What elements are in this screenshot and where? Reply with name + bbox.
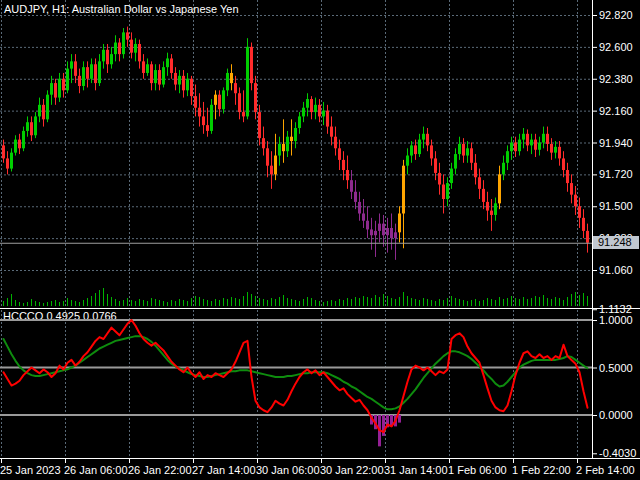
candle-body [242,112,245,116]
volume-bar [455,298,456,306]
current-price-badge: 91.248 [593,236,639,249]
candle-body [438,173,441,185]
candle-body [234,83,237,93]
candle-body [362,213,365,220]
volume-bar [43,303,44,306]
candle-body [514,143,517,152]
candle-body [442,185,445,199]
price-axis-label: 92.820 [599,9,633,21]
volume-bar [311,298,312,306]
volume-bar [39,302,40,306]
volume-bar [435,301,436,306]
candle-body [454,154,457,168]
indicator-axis-label: 0.5000 [599,362,633,374]
candle-body [434,158,437,172]
volume-bar [131,300,132,306]
candle-body [210,105,213,131]
volume-bar [119,301,120,306]
candle-body [174,73,177,85]
volume-bar [331,300,332,306]
volume-bar [339,299,340,306]
volume-bar [427,299,428,306]
volume-bar [319,301,320,306]
volume-bar [231,297,232,306]
candle-body [62,79,65,91]
volume-bar [415,299,416,306]
volume-bar [527,299,528,306]
volume-bar [275,299,276,306]
candle-body [394,232,397,238]
candle-body [214,95,217,105]
candle-body [462,144,465,156]
candle-body [510,143,513,152]
volume-bar [259,298,260,306]
candle-body [150,64,153,83]
candle-body [446,183,449,199]
candle-body [218,95,221,109]
candle-body [482,189,485,202]
volume-bar [547,298,548,306]
candle-body [566,170,569,183]
candle-body [506,151,509,163]
candle-body [550,144,553,153]
candle-body [378,224,381,231]
candle-body [74,61,77,75]
volume-bar [55,300,56,306]
candle-body [166,58,169,67]
histogram-bar [398,415,401,423]
candle-body [474,163,477,177]
candle-body [250,47,253,83]
volume-bar [123,300,124,306]
candle-body [26,122,29,131]
volume-bar [403,292,404,306]
volume-bar [3,301,4,306]
volume-bar [115,299,116,306]
volume-bar [515,298,516,306]
candle-body [178,76,181,85]
candle-body [466,148,469,155]
volume-bar [439,299,440,306]
candle-body [374,231,377,235]
candle-body [222,90,225,109]
volume-bar [263,299,264,306]
volume-bar [323,302,324,306]
candle-body [326,111,329,127]
volume-bar [391,298,392,306]
candle-body [586,231,589,243]
volume-bar [471,300,472,306]
candle-body [406,156,409,166]
volume-bar [303,299,304,306]
volume-bar [27,302,28,306]
candle-body [450,169,453,183]
volume-bar [135,301,136,306]
candle-body [18,140,21,149]
chart-canvas[interactable]: HCCCO 0.4925 0.0766 [0,0,640,480]
candle-body [278,144,281,156]
candle-body [98,61,101,83]
volume-bar [31,299,32,306]
candle-body [350,180,353,192]
volume-bar [351,299,352,306]
candle-body [358,202,361,214]
volume-bar [171,300,172,306]
chart-title: AUDJPY, H1: Australian Dollar vs Japanes… [4,3,239,15]
volume-bar [163,301,164,306]
indicator-axis-label: -0.4030 [599,447,636,459]
candle-body [22,131,25,148]
candle-body [38,105,41,117]
candle-body [382,224,385,236]
volume-bar [559,298,560,306]
candle-body [302,108,305,117]
volume-bar [155,299,156,306]
candle-body [342,160,345,170]
candle-body [526,134,529,146]
volume-bar [479,301,480,306]
candle-body [414,145,417,154]
candle-body [194,96,197,108]
volume-bar [243,296,244,306]
candle-body [58,79,61,98]
volume-bar [531,298,532,306]
volume-bar [59,302,60,306]
volume-bar [507,298,508,306]
candle-body [146,64,149,73]
